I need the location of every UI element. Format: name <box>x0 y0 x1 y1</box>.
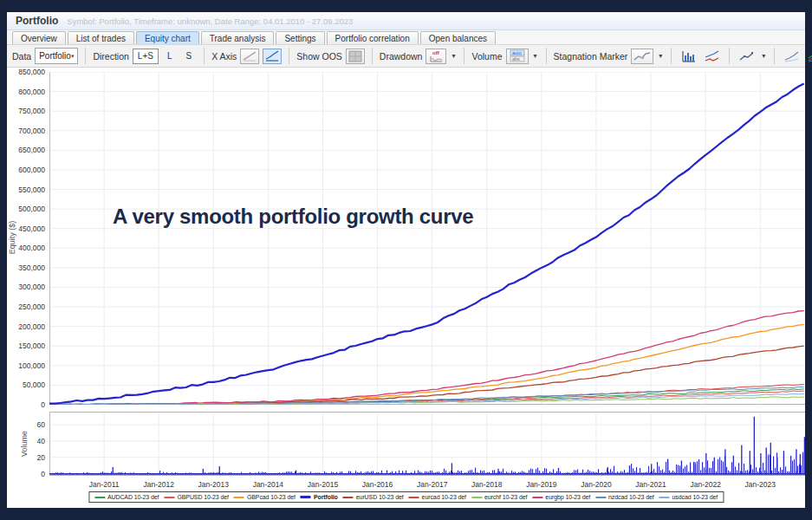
x-tick: Jan-2023 <box>733 480 787 489</box>
legend-label: GBPUSD 10-23 def <box>177 494 229 500</box>
legend-item[interactable]: GBPcad 10-23 def <box>234 494 296 500</box>
show-oos-button[interactable] <box>346 49 365 64</box>
equity-y-tick: 650,000 <box>7 146 45 154</box>
show-oos-icon <box>348 50 362 62</box>
tab-overview[interactable]: Overview <box>12 31 66 44</box>
volume-y-tick: 60 <box>7 420 45 429</box>
show-oos-label: Show OOS <box>296 51 342 62</box>
chart-legend: AUDCAD 10-23 defGBPUSD 10-23 defGBPcad 1… <box>88 491 724 503</box>
toolbar: Data Portfolio ▾ Direction L+S L S X Axi… <box>7 45 805 68</box>
legend-item[interactable]: eurgbp 10-23 def <box>532 494 590 500</box>
stagnation-dropdown-arrow[interactable]: ▾ <box>657 49 664 64</box>
legend-label: eurcad 10-23 def <box>422 494 466 500</box>
x-tick: Jan-2017 <box>406 480 459 489</box>
data-select-value: Portfolio <box>39 51 71 61</box>
toolbar-separator <box>774 48 775 64</box>
legend-item[interactable]: AUDCAD 10-23 def <box>94 494 159 500</box>
x-axis-linear-icon <box>243 50 257 62</box>
window-title: Portfolio <box>16 15 58 27</box>
toolbar-separator <box>671 48 672 64</box>
toolbar-separator <box>546 48 547 64</box>
drawdown-dropdown-arrow[interactable]: ▾ <box>450 49 457 64</box>
legend-item[interactable]: eurUSD 10-23 def <box>343 494 404 500</box>
equity-y-tick: 250,000 <box>7 302 45 311</box>
x-tick: Jan-2016 <box>351 480 405 489</box>
volume-mode-bottom-text: abs <box>512 56 520 62</box>
legend-item[interactable]: eurcad 10-23 def <box>409 494 466 500</box>
x-tick: Jan-2014 <box>241 480 295 489</box>
x-tick: Jan-2020 <box>569 480 623 489</box>
volume-mode-top-text: auto <box>512 50 522 55</box>
drawdown-state-text: off <box>432 50 440 55</box>
direction-label: Direction <box>93 51 128 62</box>
legend-label: GBPcad 10-23 def <box>247 494 296 500</box>
multi-curve-view-button[interactable] <box>805 49 812 64</box>
screenshot-frame: Portfolio Symbol: Portfolio, Timeframe: … <box>0 0 812 520</box>
legend-item[interactable]: Portfolio <box>301 494 338 500</box>
histogram-view-button[interactable] <box>679 49 698 64</box>
x-tick: Jan-2011 <box>77 480 131 489</box>
multi-line-icon <box>808 50 812 62</box>
tab-list-of-trades[interactable]: List of trades <box>68 31 134 44</box>
equity-drawdown-view-button[interactable] <box>702 49 722 64</box>
legend-item[interactable]: eurchf 10-23 def <box>471 494 527 500</box>
legend-marker <box>471 497 482 498</box>
tab-equity-chart[interactable]: Equity chart <box>136 31 199 44</box>
volume-y-tick: 40 <box>7 437 45 445</box>
legend-label: eurUSD 10-23 def <box>356 494 404 500</box>
line-style-button[interactable] <box>737 49 757 64</box>
drawdown-button[interactable]: off <box>425 49 446 64</box>
x-tick: Jan-2013 <box>186 480 240 489</box>
equity-y-tick: 100,000 <box>7 361 45 370</box>
toolbar-separator <box>289 48 289 64</box>
chart-area: Equity ($) A very smooth portfolio growt… <box>7 68 805 508</box>
volume-chart[interactable] <box>49 412 805 478</box>
toolbar-separator <box>729 48 730 64</box>
equity-y-tick: 500,000 <box>7 205 45 213</box>
data-label: Data <box>12 51 31 62</box>
legend-item[interactable]: GBPUSD 10-23 def <box>164 494 229 500</box>
x-tick: Jan-2012 <box>132 480 185 489</box>
tab-open-balances[interactable]: Open balances <box>420 31 496 44</box>
equity-y-tick: 800,000 <box>7 88 45 96</box>
legend-item[interactable]: nzdcad 10-23 def <box>595 494 654 500</box>
equity-y-tick: 200,000 <box>7 322 45 331</box>
legend-label: eurchf 10-23 def <box>484 494 527 500</box>
volume-y-tick: 0 <box>7 470 45 478</box>
volume-mode-button[interactable]: auto abs <box>506 49 529 64</box>
tab-settings[interactable]: Settings <box>276 31 324 44</box>
direction-long-button[interactable]: L <box>162 49 178 64</box>
single-line-icon <box>784 50 799 62</box>
legend-marker <box>343 497 354 498</box>
volume-auto-icon: auto abs <box>509 49 526 62</box>
equity-y-tick: 350,000 <box>7 263 45 272</box>
x-axis-trades-button[interactable] <box>240 49 259 64</box>
equity-chart[interactable] <box>49 72 805 405</box>
tab-portfolio-correlation[interactable]: Portfolio correlation <box>327 31 419 44</box>
legend-marker <box>164 497 174 498</box>
x-axis-date-button[interactable] <box>263 49 282 64</box>
single-curve-view-button[interactable] <box>782 49 802 64</box>
legend-marker <box>595 497 606 498</box>
legend-label: nzdcad 10-23 def <box>608 494 654 500</box>
x-tick: Jan-2015 <box>296 480 349 489</box>
equity-y-tick: 150,000 <box>7 341 45 350</box>
stagnation-marker-button[interactable] <box>631 49 653 64</box>
tab-trade-analysis[interactable]: Trade analysis <box>201 31 275 44</box>
equity-y-tick: 600,000 <box>7 166 45 174</box>
toolbar-separator <box>204 48 205 64</box>
x-tick: Jan-2022 <box>679 480 732 489</box>
direction-long-short-button[interactable]: L+S <box>133 49 159 64</box>
toolbar-separator <box>372 48 373 64</box>
volume-dropdown-arrow[interactable]: ▾ <box>532 49 539 64</box>
legend-item[interactable]: usdcad 10-23 def <box>659 494 718 500</box>
x-tick: Jan-2021 <box>624 480 678 489</box>
direction-short-button[interactable]: S <box>180 49 197 64</box>
legend-marker <box>532 497 542 498</box>
data-select[interactable]: Portfolio ▾ <box>35 48 78 64</box>
window-subtitle: Symbol: Portfolio, Timeframe: unknown, D… <box>67 16 353 26</box>
equity-y-tick: 700,000 <box>7 127 45 135</box>
line-style-dropdown-arrow[interactable]: ▾ <box>760 49 767 64</box>
equity-y-tick: 300,000 <box>7 283 45 291</box>
equity-y-tick: 450,000 <box>7 224 45 233</box>
